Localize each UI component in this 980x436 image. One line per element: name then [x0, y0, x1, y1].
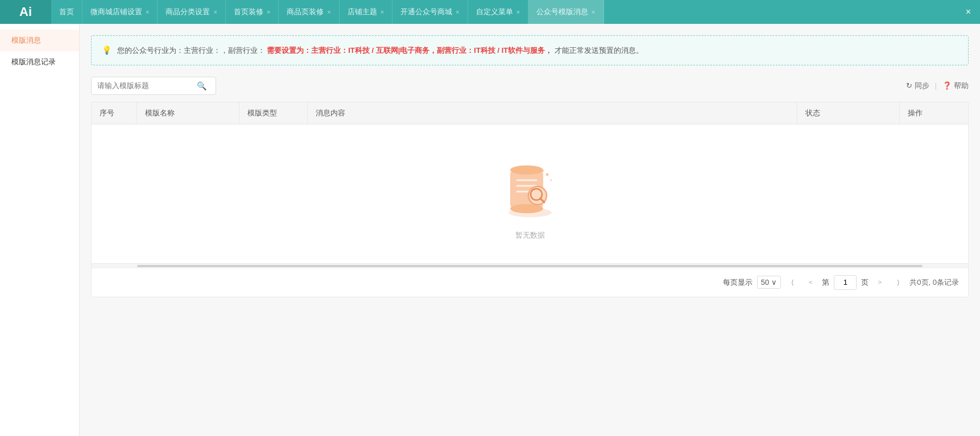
tab-list: 首页微商城店铺设置×商品分类设置×首页装修×商品页装修×店铺主题×开通公众号商城…: [51, 0, 957, 24]
scrollbar-track: [137, 265, 923, 267]
table-col-index: 序号: [92, 102, 137, 124]
help-icon: ❓: [942, 81, 952, 90]
help-label: 帮助: [954, 81, 969, 91]
brand-logo: Ai: [0, 0, 51, 24]
svg-point-2: [510, 165, 543, 175]
per-page-label: 每页显示: [723, 277, 752, 288]
chevron-down-icon: ∨: [771, 278, 777, 286]
pagination: 每页显示 50 ∨ ⟨ ＜ 第 页 ＞ ⟩ 共0页, 0条记录: [92, 268, 968, 297]
banner-suffix: 才能正常发送预置的消息。: [555, 46, 643, 55]
tab-close-templatemsg[interactable]: ×: [592, 9, 595, 15]
tab-item-mall[interactable]: 开通公众号商城×: [392, 0, 468, 24]
table-col-content: 消息内容: [308, 102, 797, 124]
table-col-name: 模版名称: [137, 102, 239, 124]
svg-point-12: [542, 170, 544, 172]
next-page-button[interactable]: ＞: [873, 276, 887, 289]
sidebar-item-template-msg[interactable]: 模版消息: [0, 30, 79, 51]
table-col-action: 操作: [900, 102, 968, 124]
last-page-button[interactable]: ⟩: [891, 276, 905, 289]
search-icon[interactable]: 🔍: [197, 81, 206, 90]
empty-state: 暂无数据: [92, 124, 968, 263]
main-layout: 模版消息模版消息记录 💡 您的公众号行业为：主营行业：，副营行业： 需要设置为：…: [0, 24, 980, 436]
content-area: 💡 您的公众号行业为：主营行业：，副营行业： 需要设置为：主营行业：IT科技 /…: [80, 24, 980, 436]
tab-close-weshop[interactable]: ×: [146, 9, 149, 15]
tab-item-templatemsg[interactable]: 公众号模版消息×: [528, 0, 603, 24]
page-input[interactable]: [834, 275, 857, 290]
tab-item-home[interactable]: 首页: [51, 0, 82, 24]
sync-label: 同步: [915, 81, 929, 91]
page-label-pre: 第: [822, 277, 829, 288]
tab-item-category[interactable]: 商品分类设置×: [158, 0, 225, 24]
empty-text: 暂无数据: [515, 230, 545, 240]
sidebar-item-template-log[interactable]: 模版消息记录: [0, 51, 79, 73]
tab-item-productpage[interactable]: 商品页装修×: [279, 0, 339, 24]
tab-item-weshop[interactable]: 微商城店铺设置×: [82, 0, 158, 24]
svg-point-11: [550, 179, 552, 181]
sync-icon: ↻: [906, 81, 912, 90]
bulb-icon: 💡: [102, 45, 111, 55]
tab-close-theme[interactable]: ×: [381, 9, 384, 15]
per-page-value: 50: [761, 278, 769, 286]
page-label-post: 页: [861, 277, 869, 288]
banner-highlight: 需要设置为：主营行业：IT科技 / 互联网|电子商务，副营行业：IT科技 / I…: [267, 46, 552, 55]
tab-item-custommenu[interactable]: 自定义菜单×: [468, 0, 528, 24]
banner-prefix: 您的公众号行业为：主营行业：，副营行业：: [117, 46, 265, 55]
sidebar: 模版消息模版消息记录: [0, 24, 80, 436]
svg-point-10: [545, 173, 548, 176]
info-banner: 💡 您的公众号行业为：主营行业：，副营行业： 需要设置为：主营行业：IT科技 /…: [91, 35, 969, 65]
prev-page-button[interactable]: ＜: [804, 276, 817, 289]
tab-close-mall[interactable]: ×: [456, 9, 459, 15]
table-col-type: 模版类型: [239, 102, 308, 124]
empty-icon: [499, 159, 561, 221]
table-wrap: 序号模版名称模版类型消息内容状态操作: [91, 102, 969, 297]
help-button[interactable]: ❓ 帮助: [942, 81, 969, 91]
top-nav: Ai 首页微商城店铺设置×商品分类设置×首页装修×商品页装修×店铺主题×开通公众…: [0, 0, 980, 24]
close-all-button[interactable]: ×: [957, 0, 980, 24]
tab-close-homepage[interactable]: ×: [267, 9, 270, 15]
per-page-select[interactable]: 50 ∨: [757, 276, 781, 289]
table-header: 序号模版名称模版类型消息内容状态操作: [92, 102, 968, 124]
table-col-status: 状态: [797, 102, 900, 124]
search-actions: ↻ 同步 | ❓ 帮助: [906, 81, 969, 91]
search-input[interactable]: [97, 81, 197, 90]
tab-item-homepage[interactable]: 首页装修×: [226, 0, 279, 24]
svg-point-3: [510, 204, 543, 213]
tab-item-theme[interactable]: 店铺主题×: [340, 0, 392, 24]
divider: |: [935, 81, 937, 90]
total-info: 共0页, 0条记录: [909, 277, 959, 288]
horizontal-scrollbar[interactable]: [92, 263, 968, 268]
tab-close-productpage[interactable]: ×: [327, 9, 330, 15]
search-input-wrap: 🔍: [91, 77, 216, 95]
tab-close-custommenu[interactable]: ×: [516, 9, 520, 15]
tab-close-category[interactable]: ×: [213, 9, 217, 15]
search-bar: 🔍 ↻ 同步 | ❓ 帮助: [91, 77, 969, 95]
first-page-button[interactable]: ⟨: [785, 276, 799, 289]
sync-button[interactable]: ↻ 同步: [906, 81, 929, 91]
